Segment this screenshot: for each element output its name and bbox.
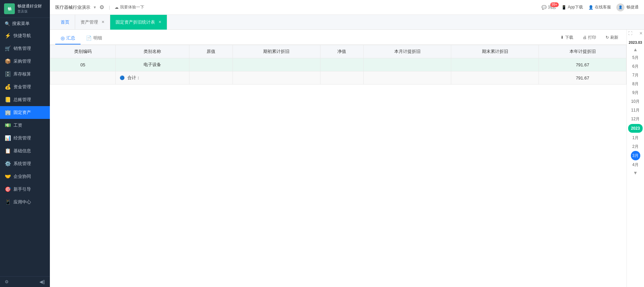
sidebar-item-label: 总账管理 <box>13 97 31 103</box>
fixed-assets-icon: 🏢 <box>5 109 11 116</box>
cal-year-2023[interactable]: 2023 <box>628 124 643 133</box>
sidebar-item-label: 采购管理 <box>13 58 31 64</box>
sidebar-item-apps[interactable]: 📱 应用中心 <box>0 196 50 209</box>
cal-month-6[interactable]: 6月 <box>627 62 644 71</box>
topbar: 医疗器械行业演示 ▾ ⚙ | ☁ 我要体验一下 💬 消息 99+ 📱 App下载… <box>50 0 644 15</box>
download-icon: ⬇ <box>560 35 564 40</box>
cal-month-7[interactable]: 7月 <box>627 71 644 79</box>
cal-month-9[interactable]: 9月 <box>627 88 644 97</box>
cell-original-value <box>189 58 233 71</box>
total-net-value <box>320 71 364 85</box>
sidebar-item-label: 销售管理 <box>13 45 31 52</box>
calendar-close-icon[interactable]: ✕ <box>639 31 643 36</box>
cal-month-3-selected[interactable]: 3月 <box>631 151 640 160</box>
tab-asset-mgmt[interactable]: 资产管理 ✕ <box>75 15 110 30</box>
cell-monthly-depreciation <box>364 58 451 71</box>
subtab-detail-label: 明细 <box>93 35 102 41</box>
depreciation-table: 类别编码 类别名称 原值 期初累计折旧 净值 本月计提折旧 期末累计折旧 本年计… <box>50 45 626 85</box>
cell-code: 05 <box>50 58 116 71</box>
subtab-detail[interactable]: 📄 明细 <box>81 32 108 44</box>
cal-month-4[interactable]: 4月 <box>627 160 644 169</box>
tab-depreciation-close[interactable]: ✕ <box>158 20 161 24</box>
subtab-left: ◎ 汇总 📄 明细 <box>55 32 108 44</box>
col-name: 类别名称 <box>116 45 189 58</box>
sidebar-item-guide[interactable]: 🎯 新手引导 <box>0 183 50 196</box>
tab-depreciation-stats[interactable]: 固定资产折旧统计表 ✕ <box>110 15 167 30</box>
refresh-btn[interactable]: ↻ 刷新 <box>603 33 621 42</box>
total-empty-1 <box>50 71 116 85</box>
cal-month-12[interactable]: 12月 <box>627 115 644 123</box>
calendar-next[interactable]: ▼ <box>633 169 638 177</box>
total-annual-depreciation: 791.67 <box>539 71 626 85</box>
tab-asset-mgmt-close[interactable]: ✕ <box>101 20 104 24</box>
app-logo: 畅 <box>4 3 15 14</box>
sidebar-item-payroll[interactable]: 💵 工资 <box>0 119 50 132</box>
cal-month-2[interactable]: 2月 <box>627 142 644 151</box>
topbar-left: 医疗器械行业演示 ▾ ⚙ | ☁ 我要体验一下 <box>55 4 144 10</box>
user-menu[interactable]: 👤 畅捷通 <box>616 3 639 11</box>
company-dropdown-icon[interactable]: ▾ <box>94 5 96 10</box>
inventory-icon: 🗄️ <box>5 71 11 77</box>
sidebar-item-label: 基础信息 <box>13 148 31 154</box>
download-btn[interactable]: ⬇ 下载 <box>558 33 576 42</box>
col-monthly-depreciation: 本月计提折旧 <box>364 45 451 58</box>
print-label: 打印 <box>588 35 596 40</box>
settings-icon[interactable]: ⚙ <box>5 279 9 284</box>
download-label: 下载 <box>565 35 573 40</box>
total-icon: 🔵 <box>120 75 125 80</box>
table-header-row: 类别编码 类别名称 原值 期初累计折旧 净值 本月计提折旧 期末累计折旧 本年计… <box>50 45 626 58</box>
avatar: 👤 <box>616 3 624 11</box>
subtab-summary[interactable]: ◎ 汇总 <box>55 32 81 44</box>
cal-month-5[interactable]: 5月 <box>627 53 644 62</box>
sidebar-item-operations[interactable]: 📊 经营管理 <box>0 132 50 145</box>
col-period-end-depreciation: 期末累计折旧 <box>451 45 539 58</box>
sidebar-item-finance[interactable]: 💰 资金管理 <box>0 81 50 93</box>
sidebar-item-sales[interactable]: 🛒 销售管理 <box>0 42 50 55</box>
content: ◎ 汇总 📄 明细 ⬇ 下载 🖨 打印 <box>50 30 626 287</box>
total-period-end-depreciation <box>451 71 539 85</box>
sidebar-search[interactable]: 🔍 搜索菜单 <box>0 18 50 29</box>
calendar-prev[interactable]: ▲ <box>633 46 638 53</box>
collapse-icon[interactable]: ◀‖ <box>39 279 45 284</box>
summary-icon: ◎ <box>61 35 65 41</box>
sidebar-item-label: 工资 <box>13 122 22 128</box>
sidebar-item-system[interactable]: ⚙️ 系统管理 <box>0 157 50 170</box>
sidebar-item-label: 固定资产 <box>13 109 31 116</box>
sidebar-item-fixed-assets[interactable]: 🏢 固定资产 <box>0 106 50 119</box>
total-row: 🔵 合计： 791.67 <box>50 71 626 85</box>
sidebar-item-basic-info[interactable]: 📋 基础信息 <box>0 145 50 157</box>
experience-btn[interactable]: ☁ 我要体验一下 <box>115 4 144 10</box>
basic-info-icon: 📋 <box>5 148 11 154</box>
customer-service-btn[interactable]: 👤 在线客服 <box>588 4 611 10</box>
cal-month-10[interactable]: 10月 <box>627 97 644 106</box>
tabbar: 首页 资产管理 ✕ 固定资产折旧统计表 ✕ <box>50 15 644 30</box>
sidebar-item-enterprise[interactable]: 🤝 企业协同 <box>0 170 50 183</box>
sidebar-item-quick-nav[interactable]: ⚡ 快捷导航 <box>0 29 50 42</box>
tab-home-label: 首页 <box>61 19 69 25</box>
sidebar-item-inventory[interactable]: 🗄️ 库存核算 <box>0 68 50 81</box>
search-icon: 🔍 <box>5 21 10 26</box>
topbar-settings-icon[interactable]: ⚙ <box>99 4 104 10</box>
print-btn[interactable]: 🖨 打印 <box>580 33 599 42</box>
messages-btn[interactable]: 💬 消息 99+ <box>542 4 556 10</box>
app-download-btn[interactable]: 📱 App下载 <box>561 4 583 10</box>
tab-home[interactable]: 首页 <box>55 15 75 30</box>
calendar-expand-icon[interactable]: ⛶ <box>628 31 632 36</box>
sidebar-item-ledger[interactable]: 📒 总账管理 <box>0 93 50 106</box>
cal-month-11[interactable]: 11月 <box>627 106 644 115</box>
sales-icon: 🛒 <box>5 45 11 52</box>
quick-nav-label: 快捷导航 <box>13 33 31 39</box>
quick-nav-icon: ⚡ <box>5 33 11 39</box>
calendar-panel: ⛶ ✕ 2023.03 ▲ 5月 6月 7月 8月 9月 10月 11月 12月… <box>626 30 644 287</box>
refresh-label: 刷新 <box>610 35 618 40</box>
cal-month-1[interactable]: 1月 <box>627 133 644 142</box>
finance-icon: 💰 <box>5 84 11 90</box>
search-label: 搜索菜单 <box>12 21 30 27</box>
messages-count: 99+ <box>550 2 559 7</box>
guide-icon: 🎯 <box>5 186 11 192</box>
cal-month-8[interactable]: 8月 <box>627 79 644 88</box>
cell-period-end-depreciation <box>451 58 539 71</box>
total-initial-depreciation <box>233 71 320 85</box>
subtab-bar: ◎ 汇总 📄 明细 ⬇ 下载 🖨 打印 <box>50 30 626 45</box>
sidebar-item-purchase[interactable]: 📦 采购管理 <box>0 55 50 68</box>
